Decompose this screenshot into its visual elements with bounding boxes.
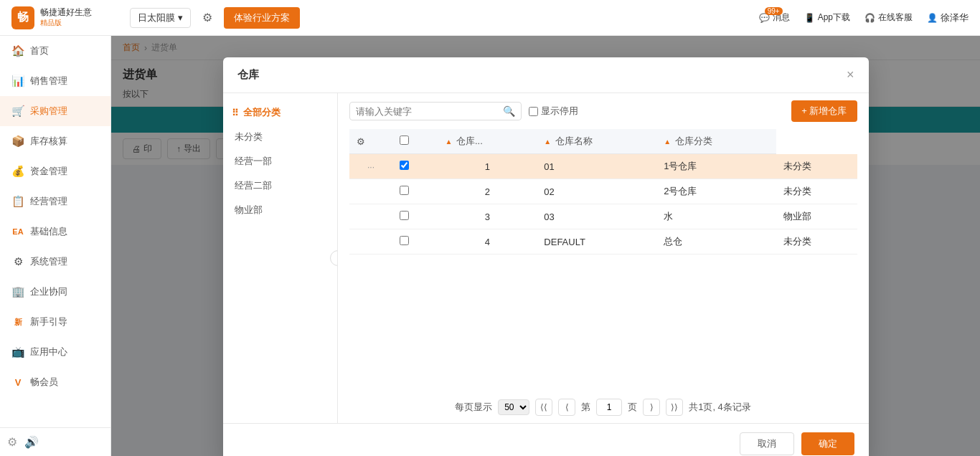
next-page-button[interactable]: ⟩ — [643, 399, 660, 416]
table-toolbar: 🔍 显示停用 + 新增仓库 — [349, 100, 857, 122]
main-layout: 🏠 首页 📊 销售管理 🛒 采购管理 📦 库存核算 💰 资金管理 📋 经营管理 … — [0, 36, 980, 456]
sidebar-label-sales: 销售管理 — [30, 75, 67, 87]
sidebar-label-inventory: 库存核算 — [30, 135, 67, 148]
message-item[interactable]: 💬 99+ 消息 — [759, 11, 790, 24]
table-row[interactable]: ··· 1 01 1号仓库 未分类 — [349, 154, 857, 179]
col-code-header: ▲ 仓库... — [438, 129, 537, 154]
row-code: 01 — [537, 154, 656, 179]
row-actions[interactable] — [349, 229, 393, 255]
last-page-icon: ⟩⟩ — [671, 402, 678, 412]
app-download-item[interactable]: 📱 App下载 — [804, 11, 850, 24]
row-select-checkbox[interactable] — [400, 236, 409, 245]
sidebar-item-sales[interactable]: 📊 销售管理 — [0, 66, 110, 96]
warehouse-table: ⚙ ▲ 仓库... ▲ — [349, 129, 857, 255]
sidebar-item-enterprise[interactable]: 🏢 企业协同 — [0, 277, 110, 307]
row-checkbox[interactable] — [392, 204, 438, 229]
cat-label-3: 物业部 — [235, 204, 263, 215]
sidebar-sound-icon[interactable]: 🔊 — [24, 435, 39, 449]
sidebar-item-vip[interactable]: V 畅会员 — [0, 367, 110, 397]
sidebar-item-inventory[interactable]: 📦 库存核算 — [0, 126, 110, 156]
table-area: 🔍 显示停用 + 新增仓库 ⚙ — [338, 93, 869, 423]
service-label: 在线客服 — [878, 11, 913, 24]
row-actions[interactable] — [349, 204, 393, 229]
row-warehouse-type: 未分类 — [776, 229, 857, 255]
app-icon: 📱 — [804, 13, 815, 23]
category-item-property[interactable]: 物业部 — [223, 198, 337, 222]
pagination: 每页显示 50 ⟨⟨ ⟨ 第 页 — [349, 390, 857, 416]
table-row[interactable]: 3 03 水 物业部 — [349, 204, 857, 229]
first-page-icon: ⟨⟨ — [540, 402, 547, 412]
row-num: 4 — [438, 229, 537, 255]
settings-icon[interactable]: ⚙ — [197, 7, 218, 29]
service-item[interactable]: 🎧 在线客服 — [864, 11, 913, 24]
collapse-icon: 《 — [334, 253, 338, 263]
table-row[interactable]: 2 02 2号仓库 未分类 — [349, 179, 857, 204]
row-warehouse-name: 水 — [656, 204, 776, 229]
sidebar-item-finance[interactable]: 💰 资金管理 — [0, 156, 110, 186]
category-item-dept2[interactable]: 经营二部 — [223, 174, 337, 198]
table-gear-icon[interactable]: ⚙ — [357, 136, 365, 147]
all-category-item[interactable]: ⠿ 全部分类 — [223, 100, 337, 125]
sidebar-item-guide[interactable]: 新 新手引导 — [0, 307, 110, 337]
sidebar-item-apps[interactable]: 📺 应用中心 — [0, 337, 110, 367]
table-body: ··· 1 01 1号仓库 未分类 2 02 2号仓库 未分类 — [349, 154, 857, 255]
modal-body: ⠿ 全部分类 未分类 经营一部 经营二部 物业部 — [223, 93, 869, 423]
service-icon: 🎧 — [864, 13, 875, 23]
sidebar-settings-icon[interactable]: ⚙ — [7, 435, 17, 449]
trial-button[interactable]: 体验行业方案 — [224, 7, 300, 29]
first-page-button[interactable]: ⟨⟨ — [535, 399, 552, 416]
cancel-button[interactable]: 取消 — [740, 432, 794, 455]
row-actions[interactable] — [349, 179, 393, 204]
sidebar-item-purchase[interactable]: 🛒 采购管理 — [0, 96, 110, 126]
category-item-dept1[interactable]: 经营一部 — [223, 149, 337, 174]
row-actions[interactable]: ··· — [349, 154, 393, 179]
page-number-input[interactable] — [596, 399, 622, 416]
col-settings-header: ⚙ — [349, 129, 393, 154]
enterprise-icon: 🏢 — [11, 285, 24, 298]
cat-label-1: 经营一部 — [235, 156, 272, 166]
collapse-sidebar-button[interactable]: 《 — [330, 250, 338, 266]
top-header: 畅 畅捷通好生意 精品版 日太阳膜 ▾ ⚙ 体验行业方案 💬 99+ 消息 📱 … — [0, 0, 980, 36]
per-page-select[interactable]: 50 — [498, 399, 529, 415]
sidebar-label-guide: 新手引导 — [30, 315, 67, 328]
prev-page-button[interactable]: ⟨ — [558, 399, 575, 416]
sidebar-label-vip: 畅会员 — [30, 376, 58, 389]
apps-icon: 📺 — [11, 346, 24, 358]
add-warehouse-button[interactable]: + 新增仓库 — [791, 100, 857, 122]
last-page-button[interactable]: ⟩⟩ — [666, 399, 683, 416]
modal-close-button[interactable]: × — [847, 67, 854, 82]
row-select-checkbox[interactable] — [400, 186, 409, 195]
sidebar-item-home[interactable]: 🏠 首页 — [0, 36, 110, 66]
row-warehouse-name: 2号仓库 — [656, 179, 776, 204]
modal-footer: 取消 确定 — [223, 423, 869, 456]
sidebar-label-enterprise: 企业协同 — [30, 285, 67, 298]
row-checkbox[interactable] — [392, 154, 438, 179]
search-input[interactable] — [356, 106, 503, 117]
vip-icon: V — [11, 376, 24, 389]
select-all-checkbox[interactable] — [400, 136, 409, 145]
sidebar-item-operation[interactable]: 📋 经营管理 — [0, 186, 110, 217]
table-row[interactable]: 4 DEFAULT 总仓 未分类 — [349, 229, 857, 255]
row-select-checkbox[interactable] — [400, 161, 409, 170]
page-label-before: 第 — [581, 401, 590, 414]
sidebar-item-system[interactable]: ⚙ 系统管理 — [0, 247, 110, 277]
row-code: 02 — [537, 179, 656, 204]
row-code: 03 — [537, 204, 656, 229]
category-item-unclassified[interactable]: 未分类 — [223, 125, 337, 149]
sidebar-item-basic[interactable]: EA 基础信息 — [0, 217, 110, 247]
show-disabled-checkbox[interactable] — [529, 107, 538, 116]
row-warehouse-type: 物业部 — [776, 204, 857, 229]
prev-page-icon: ⟨ — [565, 402, 569, 412]
store-selector[interactable]: 日太阳膜 ▾ — [130, 8, 191, 28]
sort-icon-name: ▲ — [544, 138, 551, 146]
confirm-button[interactable]: 确定 — [801, 432, 854, 455]
search-icon[interactable]: 🔍 — [503, 105, 515, 117]
row-checkbox[interactable] — [392, 179, 438, 204]
finance-icon: 💰 — [11, 165, 24, 178]
row-select-checkbox[interactable] — [400, 211, 409, 220]
row-checkbox[interactable] — [392, 229, 438, 255]
user-item[interactable]: 👤 徐泽华 — [927, 11, 969, 24]
show-disabled-label: 显示停用 — [541, 105, 578, 118]
sidebar-label-apps: 应用中心 — [30, 346, 67, 358]
sort-icon-code: ▲ — [445, 138, 452, 146]
